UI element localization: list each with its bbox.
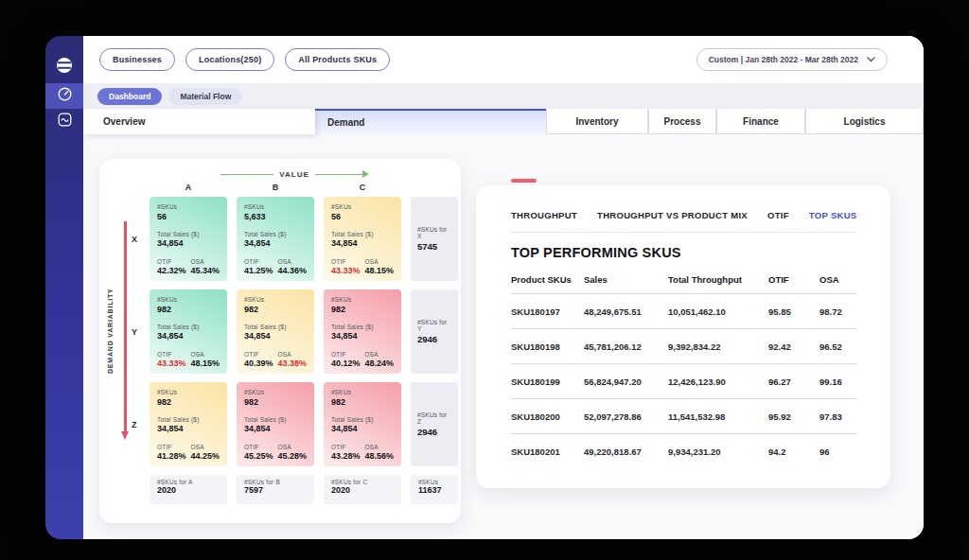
- metric-label: #SKUs: [244, 389, 307, 395]
- metric-label: Total Sales ($): [331, 231, 394, 237]
- products-skus-filter-button[interactable]: All Products SKUs: [285, 48, 390, 71]
- footer-value: 2020: [331, 485, 394, 495]
- desktop-background: Businesses Locations(250) All Products S…: [0, 0, 969, 560]
- summary-value: 2946: [417, 427, 451, 437]
- top-skus-card: THROUGHPUTTHROUGHPUT VS PRODUCT MIXOTIFT…: [476, 185, 890, 488]
- summary-value: 5745: [417, 241, 451, 252]
- metric-label: OTIF: [331, 444, 364, 450]
- matrix-cell-b-z[interactable]: #SKUs982Total Sales ($)34,854OTIF45.25%O…: [237, 382, 314, 466]
- value-cell: 9,934,231.20: [668, 433, 768, 468]
- matrix-grid: #SKUs56Total Sales ($)34,854OTIF42.32%OS…: [150, 197, 458, 504]
- report-tab-top-skus[interactable]: TOP SKUS: [809, 210, 857, 220]
- sidebar-item-material-flow[interactable]: [45, 109, 83, 134]
- matrix-cell-b-y[interactable]: #SKUs982Total Sales ($)34,854OTIF40.39%O…: [237, 289, 314, 374]
- sku-cell: SKU180197: [511, 293, 584, 328]
- tab-finance[interactable]: Finance: [716, 109, 805, 134]
- value-cell: 45,781,206.12: [584, 328, 668, 363]
- main-area: Businesses Locations(250) All Products S…: [83, 36, 924, 539]
- metric-value: 34,854: [331, 331, 394, 341]
- otif-osa-row: OTIF42.32%OSA45.34%: [157, 258, 220, 276]
- value-cell: 10,051,462.10: [668, 293, 768, 328]
- metric-label: OTIF: [331, 351, 364, 358]
- value-cell: 95.85: [768, 293, 819, 328]
- metric-group: #SKUs5,633: [244, 203, 307, 221]
- report-tab-throughput[interactable]: THROUGHPUT: [511, 210, 577, 220]
- date-range-text: Custom | Jan 28th 2022 - Mar 28th 2022: [709, 55, 858, 64]
- metric-value: 34,854: [331, 238, 394, 248]
- businesses-filter-button[interactable]: Businesses: [99, 48, 175, 71]
- matrix-cell-c-z[interactable]: #SKUs982Total Sales ($)34,854OTIF43.28%O…: [324, 382, 401, 466]
- matrix-cell-a-z[interactable]: #SKUs982Total Sales ($)34,854OTIF41.28%O…: [150, 382, 227, 466]
- footer-value: 2020: [157, 485, 220, 495]
- metric-value: 48.24%: [364, 359, 394, 368]
- metric-value: 44.25%: [190, 451, 220, 461]
- gauge-icon: [57, 86, 73, 106]
- col-header-a: A: [150, 183, 227, 192]
- metric-value: 48.56%: [364, 451, 394, 461]
- footer-label: #SKUs for B: [244, 479, 307, 485]
- report-tab-otif[interactable]: OTIF: [767, 210, 789, 220]
- tab-demand[interactable]: Demand: [315, 109, 546, 134]
- matrix-footer-1: #SKUs for B7597: [237, 475, 314, 504]
- otif-osa-row: OTIF41.28%OSA44.25%: [157, 444, 220, 462]
- report-title: TOP PERFORMING SKUS: [511, 245, 856, 260]
- otif-osa-row: OTIF40.12%OSA48.24%: [331, 351, 394, 369]
- matrix-cell-c-x[interactable]: #SKUs56Total Sales ($)34,854OTIF43.33%OS…: [324, 197, 401, 281]
- metric-group: OTIF43.28%: [331, 444, 364, 462]
- locations-filter-button[interactable]: Locations(250): [185, 48, 274, 71]
- metric-value: 56: [331, 212, 394, 221]
- metric-value: 42.32%: [157, 266, 190, 275]
- metric-label: Total Sales ($): [157, 231, 220, 237]
- matrix-summary-z: #SKUs for Z2946: [411, 382, 458, 466]
- dashboard-pill[interactable]: Dashboard: [97, 88, 162, 105]
- metric-group: Total Sales ($)34,854: [157, 324, 220, 341]
- sidebar-item-logo[interactable]: [45, 50, 83, 83]
- metric-value: 43.38%: [277, 359, 307, 368]
- matrix-cell-a-y[interactable]: #SKUs982Total Sales ($)34,854OTIF43.33%O…: [150, 289, 227, 374]
- metric-value: 982: [331, 305, 394, 314]
- metric-group: Total Sales ($)34,854: [157, 416, 220, 434]
- matrix-footer-0: #SKUs for A2020: [150, 475, 227, 504]
- footer-value: 7597: [244, 485, 307, 495]
- metric-label: Total Sales ($): [331, 416, 394, 423]
- date-range-selector[interactable]: Custom | Jan 28th 2022 - Mar 28th 2022: [696, 48, 888, 71]
- metric-label: OTIF: [331, 258, 364, 265]
- tab-logistics[interactable]: Logistics: [805, 109, 924, 134]
- metric-group: Total Sales ($)34,854: [244, 231, 307, 249]
- dashboard-content: VALUE ABC DEMAND VARIABILITY XYZ #SKUs56…: [83, 134, 924, 539]
- metric-group: OSA48.24%: [364, 351, 394, 369]
- flow-wave-icon: [57, 112, 73, 131]
- metric-group: #SKUs982: [331, 389, 394, 407]
- tab-inventory[interactable]: Inventory: [546, 109, 648, 134]
- metric-group: OSA48.56%: [364, 444, 394, 462]
- tab-process[interactable]: Process: [648, 109, 716, 134]
- metric-label: Total Sales ($): [157, 416, 220, 423]
- sidebar-item-dashboard[interactable]: [45, 83, 83, 109]
- otif-osa-row: OTIF41.25%OSA44.36%: [244, 258, 307, 276]
- report-tab-throughput-vs-product-mix[interactable]: THROUGHPUT VS PRODUCT MIX: [597, 210, 748, 220]
- metric-label: OSA: [190, 444, 220, 450]
- tab-overview[interactable]: Overview: [83, 109, 315, 134]
- metric-value: 56: [157, 212, 220, 221]
- metric-label: OTIF: [244, 351, 277, 358]
- matrix-cell-b-x[interactable]: #SKUs5,633Total Sales ($)34,854OTIF41.25…: [237, 197, 314, 281]
- sku-cell: SKU180199: [511, 363, 584, 398]
- metric-value: 982: [244, 305, 307, 314]
- metric-value: 34,854: [157, 238, 220, 248]
- value-cell: 56,824,947.20: [584, 363, 668, 398]
- summary-label: #SKUs for X: [417, 226, 451, 239]
- metric-label: OSA: [364, 351, 394, 358]
- metric-value: 982: [157, 305, 220, 314]
- matrix-cell-c-y[interactable]: #SKUs982Total Sales ($)34,854OTIF40.12%O…: [324, 289, 401, 374]
- material-flow-pill[interactable]: Material Flow: [168, 88, 242, 105]
- metric-value: 43.33%: [331, 266, 364, 275]
- metric-group: #SKUs982: [157, 389, 220, 407]
- metric-value: 45.34%: [190, 266, 220, 275]
- matrix-cell-a-x[interactable]: #SKUs56Total Sales ($)34,854OTIF42.32%OS…: [150, 197, 227, 281]
- row-label-x: X: [132, 197, 137, 281]
- metric-value: 45.25%: [244, 451, 277, 461]
- column-header-otif: OTIF: [768, 265, 819, 293]
- otif-osa-row: OTIF40.39%OSA43.38%: [244, 351, 307, 369]
- value-cell: 94.2: [768, 433, 819, 468]
- matrix-footer-3: #SKUs11637: [411, 475, 458, 504]
